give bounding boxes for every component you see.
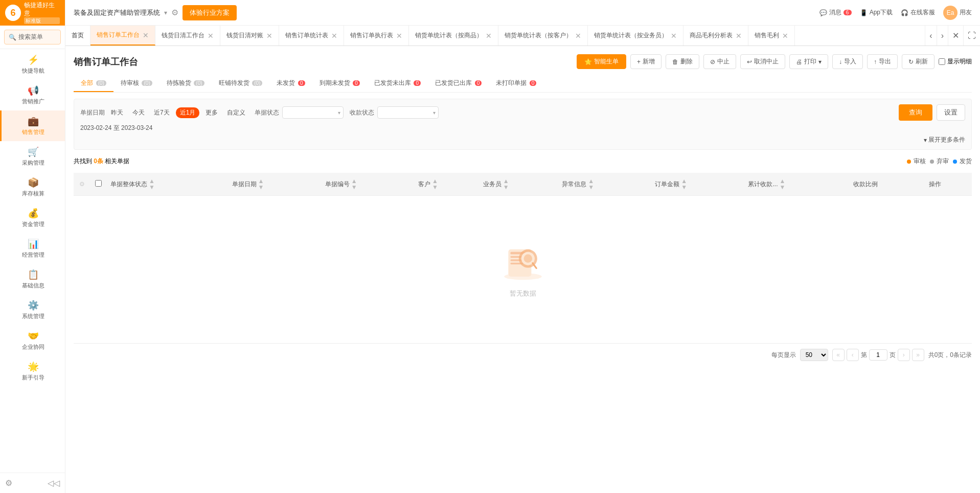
filter-expand-button[interactable]: ▾ 展开更多条件 [924, 136, 965, 144]
date-sort-button[interactable]: 单据日期 ▲▼ [232, 178, 264, 190]
delete-button[interactable]: 🗑 删除 [666, 54, 699, 69]
subtab-delivered-out[interactable]: 已发货已出库 0 [428, 75, 489, 92]
date-option-today[interactable]: 今天 [129, 107, 148, 118]
page-next-button[interactable]: › [898, 349, 910, 361]
tab-cash-daily[interactable]: 钱货日清工作台 ✕ [155, 26, 220, 46]
industry-solution-button[interactable]: 体验行业方案 [183, 5, 237, 20]
page-number-input[interactable] [869, 349, 887, 361]
filter-settings-button[interactable]: 设置 [937, 104, 965, 121]
smart-create-button[interactable]: ⭐ 智能生单 [577, 54, 626, 69]
subtab-pending[interactable]: 待审核 (0) [113, 75, 159, 92]
query-button[interactable]: 查询 [899, 104, 932, 121]
sidebar-nav: ⚡ 快捷导航 📢 营销推广 💼 销售管理 🛒 采购管理 📦 库存核算 💰 资金管… [0, 49, 65, 473]
col-date-header: 单据日期 ▲▼ [228, 173, 321, 196]
refresh-button[interactable]: ↻ 刷新 [902, 54, 935, 69]
tab-sales-stats[interactable]: 销售订单统计表 ✕ [279, 26, 344, 46]
sidebar-item-quick-nav[interactable]: ⚡ 快捷导航 [0, 49, 65, 80]
print-button[interactable]: 🖨 打印 ▾ [789, 54, 828, 69]
tab-close-sales-product[interactable]: ✕ [486, 32, 492, 40]
column-settings-icon[interactable]: ⚙ [79, 181, 85, 188]
tab-gross-profit[interactable]: 商品毛利分析表 ✕ [683, 26, 748, 46]
show-detail-checkbox[interactable] [939, 58, 945, 65]
subtab-not-printed[interactable]: 未打印单据 0 [489, 75, 543, 92]
cancel-stop-button[interactable]: ↩ 取消中止 [740, 54, 785, 69]
sidebar-item-inventory[interactable]: 📦 库存核算 [0, 172, 65, 203]
subtab-delivered-not-out[interactable]: 已发货未出库 0 [367, 75, 428, 92]
sidebar-item-sales[interactable]: 💼 销售管理 [0, 110, 65, 141]
date-option-yesterday[interactable]: 昨天 [108, 107, 126, 118]
summary-bar: 共找到 0条 相关单据 审核 弃审 发货 [74, 154, 972, 169]
sidebar-item-cooperation[interactable]: 🤝 企业协同 [0, 325, 65, 356]
audit-button[interactable]: 审核 [907, 157, 926, 166]
select-all-checkbox[interactable] [95, 180, 102, 187]
sidebar-item-basic[interactable]: 📋 基础信息 [0, 264, 65, 295]
page-last-button[interactable]: » [912, 349, 924, 361]
amount-sort-button[interactable]: 订单金额 ▲▼ [655, 178, 687, 190]
subtab-wangpu-deliver[interactable]: 旺铺待发货 (0) [212, 75, 270, 92]
subtab-all[interactable]: 全部 (0) [74, 75, 113, 92]
date-option-more[interactable]: 更多 [202, 107, 221, 118]
module-dropdown-icon[interactable]: ▾ [164, 9, 167, 16]
tab-sales-order[interactable]: 销售订单工作台 ✕ [90, 26, 155, 46]
sidebar-item-guide[interactable]: 🌟 新手引导 [0, 356, 65, 387]
sidebar-item-marketing[interactable]: 📢 营销推广 [0, 80, 65, 110]
error-sort-button[interactable]: 异常信息 ▲▼ [562, 178, 594, 190]
import-button[interactable]: ↓ 导入 [832, 54, 863, 69]
collapse-icon[interactable]: ◁◁ [48, 478, 60, 488]
tab-home[interactable]: 首页 [65, 26, 90, 46]
tab-close-sales-exec[interactable]: ✕ [396, 32, 402, 40]
page-first-button[interactable]: « [832, 349, 845, 361]
online-service-button[interactable]: 🎧 在线客服 [901, 8, 935, 17]
date-option-custom[interactable]: 自定义 [224, 107, 248, 118]
tabs-prev-button[interactable]: ‹ [925, 26, 936, 46]
module-settings-icon[interactable]: ⚙ [171, 8, 178, 17]
app-download-button[interactable]: 📱 App下载 [860, 8, 893, 17]
tab-sales-amount[interactable]: 销售毛利 ✕ [748, 26, 795, 46]
subtab-pending-inspect[interactable]: 待拣验货 (0) [159, 75, 212, 92]
sidebar-item-finance[interactable]: 💰 资金管理 [0, 203, 65, 233]
reject-button[interactable]: 弃审 [930, 157, 949, 166]
settings-bottom-icon[interactable]: ⚙ [5, 478, 12, 488]
date-option-1month[interactable]: 近1月 [176, 107, 200, 118]
page-size-select[interactable]: 10 20 50 100 [800, 349, 828, 361]
add-button[interactable]: + 新增 [630, 54, 662, 69]
tab-close-sales-amount[interactable]: ✕ [782, 32, 788, 40]
tab-sales-staff[interactable]: 销货单统计表（按业务员） ✕ [588, 26, 683, 46]
user-menu-button[interactable]: Ea 用友 [943, 6, 972, 20]
status-sort-button[interactable]: 单据整体状态 ▲▼ [110, 178, 155, 190]
tab-close-sales-customer[interactable]: ✕ [575, 32, 581, 40]
tab-close-gross-profit[interactable]: ✕ [736, 32, 742, 40]
date-option-7days[interactable]: 近7天 [151, 107, 173, 118]
received-sort-button[interactable]: 累计收款... ▲▼ [748, 178, 785, 190]
staff-sort-button[interactable]: 业务员 ▲▼ [483, 178, 509, 190]
stop-button[interactable]: ⊘ 中止 [703, 54, 736, 69]
tabbar: 首页 销售订单工作台 ✕ 钱货日清工作台 ✕ 钱货日清对账 ✕ 销售订单统计表 … [65, 26, 980, 46]
show-detail-toggle[interactable]: 显示明细 [939, 57, 972, 66]
deliver-button[interactable]: 发货 [953, 157, 972, 166]
tab-close-sales-stats[interactable]: ✕ [331, 32, 337, 40]
tabs-fullscreen-button[interactable]: ⛶ [963, 26, 980, 46]
tab-sales-customer[interactable]: 销货单统计表（按客户） ✕ [498, 26, 588, 46]
tab-close-cash-daily[interactable]: ✕ [208, 32, 214, 40]
tab-cash-reconcile[interactable]: 钱货日清对账 ✕ [220, 26, 279, 46]
tabs-close-all-button[interactable]: ✕ [948, 26, 963, 46]
tab-close-cash-reconcile[interactable]: ✕ [266, 32, 272, 40]
message-button[interactable]: 💬 消息 6 [819, 8, 852, 17]
subtab-expired-not-delivered[interactable]: 到期未发货 0 [312, 75, 367, 92]
tab-close-sales-order[interactable]: ✕ [143, 31, 149, 39]
payment-select[interactable] [377, 106, 439, 119]
search-menu-button[interactable]: 🔍 搜索菜单 [4, 30, 61, 44]
sidebar-item-purchase[interactable]: 🛒 采购管理 [0, 141, 65, 172]
sidebar-item-system[interactable]: ⚙️ 系统管理 [0, 295, 65, 325]
tab-sales-product[interactable]: 销货单统计表（按商品） ✕ [409, 26, 498, 46]
customer-sort-button[interactable]: 客户 ▲▼ [418, 178, 438, 190]
tab-close-sales-staff[interactable]: ✕ [671, 32, 677, 40]
status-select[interactable] [282, 106, 344, 119]
no-sort-button[interactable]: 单据编号 ▲▼ [325, 178, 357, 190]
subtab-not-delivered[interactable]: 未发货 0 [269, 75, 312, 92]
tab-sales-exec[interactable]: 销售订单执行表 ✕ [344, 26, 409, 46]
sidebar-item-operation[interactable]: 📊 经营管理 [0, 233, 65, 264]
tabs-next-button[interactable]: › [937, 26, 948, 46]
export-button[interactable]: ↑ 导出 [867, 54, 898, 69]
page-prev-button[interactable]: ‹ [847, 349, 859, 361]
